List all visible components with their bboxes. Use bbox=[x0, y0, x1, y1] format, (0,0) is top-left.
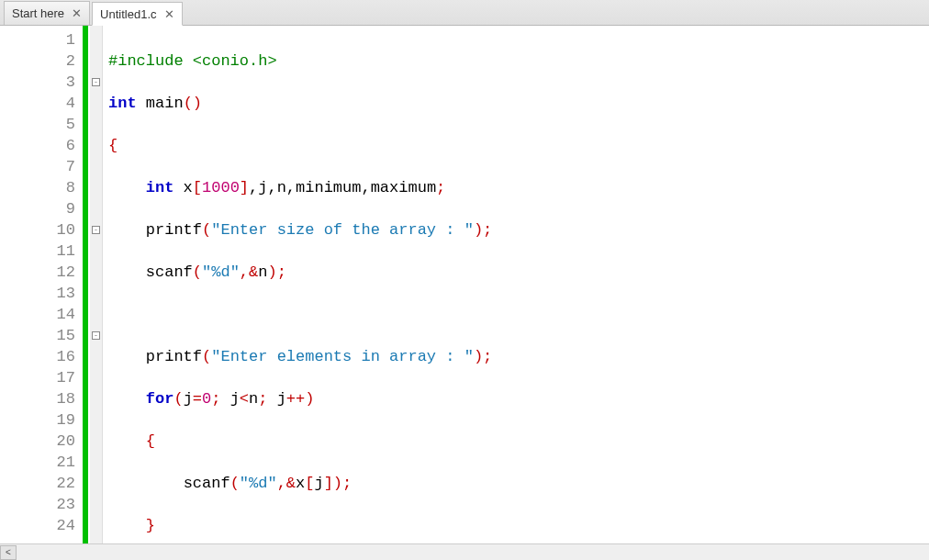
bracket: ( bbox=[173, 390, 183, 408]
operator: ; bbox=[483, 348, 492, 365]
bracket: ( bbox=[193, 263, 202, 281]
keyword: int bbox=[146, 179, 174, 196]
identifier: main bbox=[137, 95, 184, 112]
tab-bar: Start here ✕ Untitled1.c ✕ bbox=[0, 0, 929, 26]
brace: } bbox=[146, 517, 155, 534]
scroll-left-icon[interactable]: < bbox=[0, 545, 17, 560]
number: 1000 bbox=[202, 179, 240, 196]
operator: ; bbox=[258, 390, 267, 408]
identifier: j bbox=[267, 390, 285, 408]
fold-toggle-icon[interactable]: - bbox=[92, 78, 100, 86]
identifier: x bbox=[173, 179, 192, 196]
fold-toggle-icon[interactable]: - bbox=[92, 226, 100, 234]
string: "Enter elements in array : " bbox=[211, 348, 474, 365]
identifier: j bbox=[184, 390, 193, 408]
bracket: () bbox=[184, 95, 202, 112]
bracket: [ bbox=[305, 475, 314, 492]
operator: , bbox=[277, 475, 286, 492]
preprocessor-line: #include <conio.h> bbox=[108, 52, 277, 70]
operator: ; bbox=[277, 263, 286, 281]
keyword: for bbox=[146, 390, 174, 408]
bracket: ] bbox=[240, 179, 249, 196]
string: "%d" bbox=[202, 263, 240, 281]
operator: ; bbox=[342, 475, 352, 492]
function: scanf bbox=[146, 263, 193, 281]
identifier: n bbox=[249, 390, 258, 408]
line-number-gutter: 123456789101112131415161718192021222324 bbox=[0, 26, 83, 543]
fold-column: --- bbox=[90, 26, 103, 543]
identifier: ,j,n,minimum,maximum bbox=[249, 179, 436, 196]
bracket: [ bbox=[193, 179, 202, 196]
operator: & bbox=[286, 475, 296, 492]
function: printf bbox=[146, 221, 202, 239]
horizontal-scrollbar[interactable]: < bbox=[0, 543, 929, 560]
function: scanf bbox=[184, 475, 230, 492]
bracket: ( bbox=[202, 348, 211, 365]
bracket: ]) bbox=[324, 475, 342, 492]
change-indicator-bar bbox=[83, 26, 88, 543]
tab-start-here[interactable]: Start here ✕ bbox=[4, 1, 90, 25]
brace: { bbox=[108, 137, 118, 154]
tab-label: Start here bbox=[12, 6, 64, 20]
close-icon[interactable]: ✕ bbox=[164, 8, 174, 20]
identifier: n bbox=[258, 263, 267, 281]
bracket: ( bbox=[202, 221, 211, 239]
function: printf bbox=[146, 348, 202, 365]
operator: ; bbox=[436, 179, 445, 196]
tab-label: Untitled1.c bbox=[100, 7, 156, 21]
string: "%d" bbox=[240, 475, 277, 492]
tab-untitled1[interactable]: Untitled1.c ✕ bbox=[92, 2, 182, 26]
string: "Enter size of the array : " bbox=[211, 221, 474, 239]
operator: & bbox=[249, 263, 258, 281]
bracket: ) bbox=[474, 348, 483, 365]
code-content[interactable]: #include <conio.h> int main() { int x[10… bbox=[103, 26, 929, 543]
operator: < bbox=[240, 390, 249, 408]
operator: ; bbox=[483, 221, 492, 239]
bracket: ( bbox=[230, 475, 240, 492]
operator: = bbox=[193, 390, 202, 408]
identifier: x bbox=[296, 475, 305, 492]
close-icon[interactable]: ✕ bbox=[72, 7, 82, 19]
brace: { bbox=[146, 432, 155, 450]
bracket: ) bbox=[474, 221, 483, 239]
code-editor[interactable]: 123456789101112131415161718192021222324 … bbox=[0, 26, 929, 543]
bracket: ) bbox=[267, 263, 276, 281]
number: 0 bbox=[202, 390, 211, 408]
operator: ; bbox=[211, 390, 220, 408]
identifier: j bbox=[314, 475, 323, 492]
fold-toggle-icon[interactable]: - bbox=[92, 331, 100, 340]
identifier: j bbox=[220, 390, 239, 408]
operator: , bbox=[240, 263, 249, 281]
keyword: int bbox=[108, 95, 137, 112]
bracket: ++) bbox=[286, 390, 315, 408]
